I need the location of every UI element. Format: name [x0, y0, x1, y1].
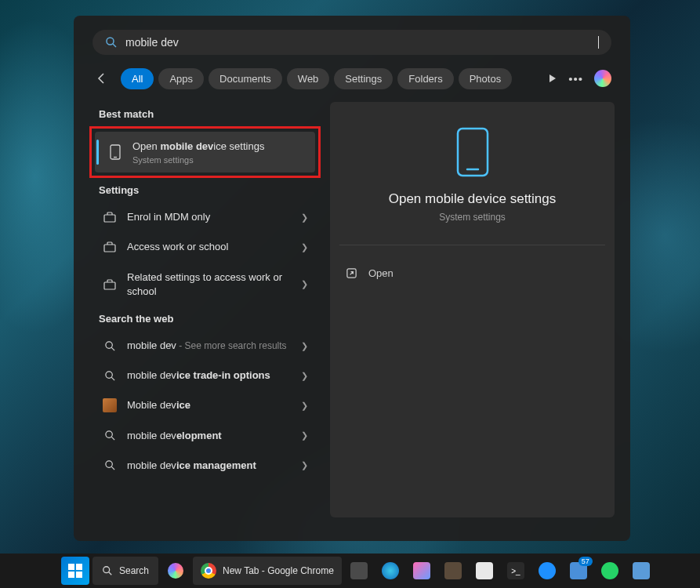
result-title: Enrol in MDM only	[127, 210, 296, 224]
taskbar-app-3[interactable]	[408, 557, 436, 585]
preview-title: Open mobile device settings	[389, 191, 557, 207]
result-web-trade-in[interactable]: mobile device trade-in options ❯	[89, 361, 321, 390]
chrome-icon	[201, 563, 216, 579]
svg-line-10	[111, 377, 114, 380]
tab-folders[interactable]: Folders	[397, 68, 453, 89]
result-enrol-mdm[interactable]: Enrol in MDM only ❯	[89, 202, 321, 232]
copilot-icon[interactable]	[594, 70, 611, 87]
svg-line-1	[113, 44, 116, 47]
preview-subtitle: System settings	[439, 212, 506, 223]
chevron-right-icon: ❯	[296, 371, 313, 381]
chevron-right-icon: ❯	[296, 242, 313, 252]
tab-web[interactable]: Web	[287, 68, 330, 89]
search-box[interactable]: mobile dev	[92, 30, 611, 55]
tab-settings[interactable]: Settings	[334, 68, 393, 89]
briefcase-icon	[102, 279, 118, 290]
phone-icon	[107, 144, 123, 160]
tab-photos[interactable]: Photos	[459, 68, 512, 89]
taskbar-copilot[interactable]	[161, 557, 190, 585]
chevron-right-icon: ❯	[296, 460, 313, 470]
phone-icon	[456, 127, 489, 177]
result-access-work-school[interactable]: Access work or school ❯	[89, 232, 321, 262]
chevron-right-icon: ❯	[296, 279, 313, 289]
play-icon[interactable]	[548, 74, 557, 83]
briefcase-icon	[102, 241, 118, 252]
bing-icon	[102, 398, 118, 412]
svg-line-14	[111, 467, 114, 470]
more-options-button[interactable]: •••	[568, 72, 583, 85]
search-icon	[102, 459, 118, 471]
taskbar-terminal[interactable]: >_	[502, 557, 530, 585]
result-web-development[interactable]: mobile development ❯	[89, 421, 321, 451]
svg-rect-4	[104, 215, 115, 222]
search-icon	[102, 430, 118, 441]
start-menu-search-panel: mobile dev All Apps Documents Web Settin…	[74, 16, 630, 541]
svg-point-13	[105, 461, 111, 467]
tab-all[interactable]: All	[121, 68, 154, 89]
briefcase-icon	[102, 212, 118, 223]
chevron-right-icon: ❯	[296, 401, 313, 411]
section-search-web: Search the web	[89, 307, 321, 331]
result-title: mobile development	[127, 429, 296, 443]
taskbar-store[interactable]	[470, 557, 499, 585]
taskbar-app-1[interactable]	[345, 557, 373, 585]
chevron-right-icon: ❯	[296, 430, 313, 441]
svg-rect-5	[104, 245, 115, 252]
result-title: Access work or school	[127, 240, 296, 254]
taskbar-whatsapp[interactable]	[596, 557, 624, 585]
result-open-mobile-device-settings[interactable]: Open mobile device settings System setti…	[95, 132, 315, 172]
annotation-highlight: Open mobile device settings System setti…	[89, 126, 321, 178]
result-subtitle: System settings	[132, 155, 307, 165]
svg-point-18	[103, 567, 110, 573]
section-best-match: Best match	[89, 102, 321, 126]
taskbar-search-label: Search	[119, 565, 149, 576]
svg-line-12	[111, 437, 114, 440]
filter-tabs-row: All Apps Documents Web Settings Folders …	[83, 67, 621, 89]
taskbar-search[interactable]: Search	[92, 557, 158, 585]
taskbar-app-8[interactable]: 57	[564, 557, 593, 585]
open-icon	[346, 267, 357, 279]
result-title: mobile device trade-in options	[127, 368, 296, 383]
chevron-right-icon: ❯	[296, 212, 313, 223]
taskbar-edge[interactable]	[376, 557, 404, 585]
results-list: Best match Open mobile device settings S…	[89, 102, 321, 517]
search-input[interactable]: mobile dev	[125, 36, 599, 49]
chevron-right-icon: ❯	[296, 341, 313, 351]
preview-pane: Open mobile device settings System setti…	[330, 102, 615, 517]
section-settings: Settings	[89, 178, 321, 202]
taskbar: Search New Tab - Google Chrome >_ 57	[0, 554, 700, 588]
result-title: mobile dev - See more search results	[127, 339, 296, 353]
svg-point-9	[105, 372, 111, 378]
preview-action-label: Open	[368, 267, 394, 279]
search-icon	[102, 370, 118, 382]
back-button[interactable]	[92, 67, 116, 89]
svg-point-0	[107, 38, 114, 45]
svg-point-7	[105, 341, 111, 347]
svg-line-19	[109, 572, 112, 575]
search-icon	[102, 340, 118, 352]
chrome-window-title: New Tab - Google Chrome	[223, 565, 334, 576]
tab-apps[interactable]: Apps	[158, 68, 204, 89]
result-title: Related settings to access work or schoo…	[127, 270, 296, 299]
preview-open-action[interactable]: Open	[339, 260, 605, 287]
result-web-mobile-device[interactable]: Mobile device ❯	[89, 390, 321, 420]
taskbar-app-7[interactable]	[533, 557, 561, 585]
result-web-mobile-dev[interactable]: mobile dev - See more search results ❯	[89, 331, 321, 361]
result-title: mobile device management	[127, 459, 296, 473]
search-icon	[105, 36, 118, 49]
svg-line-8	[111, 347, 114, 350]
svg-point-11	[105, 431, 111, 437]
result-web-management[interactable]: mobile device management ❯	[89, 451, 321, 481]
result-title: Open mobile device settings	[132, 140, 307, 154]
taskbar-chrome[interactable]: New Tab - Google Chrome	[193, 557, 342, 585]
tab-documents[interactable]: Documents	[209, 68, 282, 89]
taskbar-app-4[interactable]	[439, 557, 467, 585]
badge-count: 57	[578, 557, 593, 566]
start-button[interactable]	[61, 557, 89, 585]
taskbar-app-10[interactable]	[627, 557, 655, 585]
result-title: Mobile device	[127, 398, 296, 412]
svg-rect-6	[104, 282, 115, 289]
result-related-settings[interactable]: Related settings to access work or schoo…	[89, 263, 321, 307]
